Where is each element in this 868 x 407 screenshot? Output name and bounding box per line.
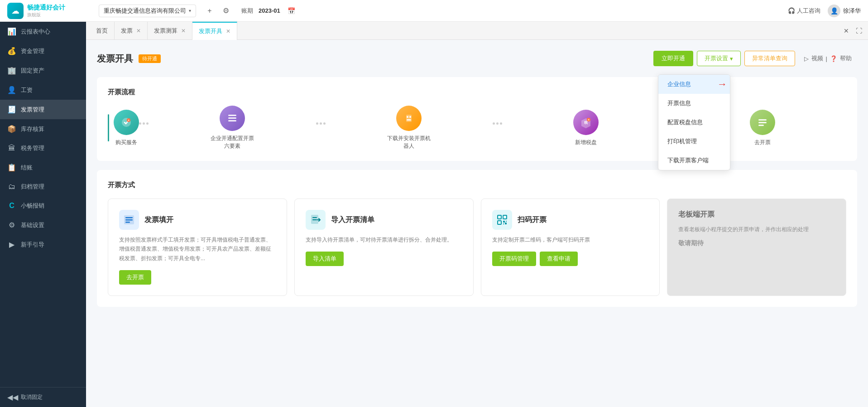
tab-close-fapiao[interactable]: ✕ xyxy=(136,28,141,34)
tab-home[interactable]: 首页 xyxy=(90,22,115,40)
sidebar-label-shuiwu: 税务管理 xyxy=(21,144,44,152)
avatar: 👤 xyxy=(828,5,840,17)
add-button[interactable]: + xyxy=(203,5,216,17)
svg-rect-26 xyxy=(498,221,501,224)
sidebar-item-kucun[interactable]: 📦 库存核算 xyxy=(0,119,86,139)
red-arrow-icon: → xyxy=(717,78,727,90)
money-icon: 💰 xyxy=(7,47,16,55)
sidebar-item-jichushezhi[interactable]: ⚙ 基础设置 xyxy=(0,215,86,235)
settings-dropdown: → 企业信息 开票信息 配置税盘信息 打印机管理 下载开票客户端 xyxy=(658,74,730,170)
sidebar: 📊 云报表中心 💰 资金管理 🏢 固定资产 👤 工资 🧾 发票管理 📦 xyxy=(0,22,86,407)
method-card-import-header: 导入开票清单 xyxy=(306,210,462,230)
logo-title: 畅捷通好会计 xyxy=(27,4,65,12)
user-name: 徐泽华 xyxy=(843,7,861,15)
dropdown-item-dayinji[interactable]: 打印机管理 xyxy=(658,132,730,151)
svg-rect-27 xyxy=(503,221,505,223)
clipboard-icon: 📋 xyxy=(7,163,16,172)
fill-invoice-actions: 去开票 xyxy=(119,270,276,285)
support-button[interactable]: 🎧 人工咨询 xyxy=(788,7,820,15)
sidebar-item-gudingzichan[interactable]: 🏢 固定资产 xyxy=(0,61,86,80)
fill-invoice-goto-button[interactable]: 去开票 xyxy=(119,270,151,285)
tab-expand-button[interactable]: ⛶ xyxy=(854,25,864,36)
sidebar-label-xinshouyindao: 新手引导 xyxy=(21,241,44,249)
folder-icon: 🗂 xyxy=(7,183,16,191)
flow-step-config: 企业开通配置开票六要素 xyxy=(149,106,316,150)
settings-button[interactable]: 开票设置 ▾ xyxy=(697,51,741,66)
headset-icon: 🎧 xyxy=(788,7,795,14)
play-circle-icon: ▷ xyxy=(804,55,809,62)
svg-rect-4 xyxy=(228,117,236,119)
help-area: ▷ 视频 | ❓ 帮助 xyxy=(799,51,857,66)
method-card-import: 导入开票清单 支持导入待开票清单，可对待开票清单进行拆分、合并处理。 导入清单 xyxy=(294,199,474,296)
building-icon: 🏢 xyxy=(7,66,16,75)
box-icon: 📦 xyxy=(7,125,16,133)
sidebar-item-jiezhang[interactable]: 📋 结账 xyxy=(0,158,86,177)
step-label-shuipan: 新增税盘 xyxy=(575,139,597,146)
step-label-buy: 购买服务 xyxy=(115,139,137,146)
step-label-config: 企业开通配置开票六要素 xyxy=(210,135,255,150)
dropdown-item-kaipiao[interactable]: 开票信息 xyxy=(658,94,730,113)
sidebar-label-jiezhang: 结账 xyxy=(21,164,33,172)
dropdown-item-xiazai[interactable]: 下载开票客户端 xyxy=(658,151,730,170)
dropdown-item-peizhi[interactable]: 配置税盘信息 xyxy=(658,113,730,132)
sidebar-item-xinshouyindao[interactable]: ▶ 新手引导 xyxy=(0,235,86,254)
logo-subtitle: 旗舰版 xyxy=(27,12,65,18)
sidebar-item-zijin[interactable]: 💰 资金管理 xyxy=(0,41,86,61)
video-label[interactable]: 视频 xyxy=(811,54,823,63)
sidebar-item-yunbao[interactable]: 📊 云报表中心 xyxy=(0,22,86,41)
sidebar-label-xiaochang: 小畅报销 xyxy=(21,202,44,210)
dropdown-arrow-icon: ▾ xyxy=(730,55,733,62)
person-icon: 👤 xyxy=(7,86,16,94)
sidebar-label-gongzi: 工资 xyxy=(21,86,33,94)
scan-qrcode-button[interactable]: 开票码管理 xyxy=(492,252,536,266)
tab-close-cesuan[interactable]: ✕ xyxy=(181,28,186,34)
tab-fapiao-cesuan[interactable]: 发票测算 ✕ xyxy=(148,22,192,40)
method-card-fill-header: 发票填开 xyxy=(119,210,276,230)
sidebar-item-fapiao[interactable]: 🧾 发票管理 xyxy=(0,100,86,119)
company-selector[interactable]: 重庆畅捷交通信息咨询有限公司 ▾ xyxy=(99,5,196,17)
svg-rect-28 xyxy=(506,221,507,222)
sidebar-item-shuiwu[interactable]: 🏛 税务管理 xyxy=(0,139,86,158)
help-label[interactable]: 帮助 xyxy=(840,54,852,63)
settings-icon[interactable]: ⚙ xyxy=(220,5,232,17)
period-label: 账期 xyxy=(241,7,253,15)
svg-rect-6 xyxy=(406,115,412,122)
svg-rect-16 xyxy=(758,125,764,126)
sidebar-label-fapiao: 发票管理 xyxy=(21,106,44,114)
svg-rect-15 xyxy=(758,122,767,123)
content-area: 首页 发票 ✕ 发票测算 ✕ 发票开具 ✕ ✕ ⛶ xyxy=(86,22,868,407)
tab-fapiao[interactable]: 发票 ✕ xyxy=(115,22,148,40)
sidebar-item-quxiao[interactable]: ◀◀ 取消固定 xyxy=(0,388,86,407)
tab-fapiao-kaiju[interactable]: 发票开具 ✕ xyxy=(192,22,237,40)
status-badge: 待开通 xyxy=(139,54,161,63)
bank-icon: 🏛 xyxy=(7,144,16,152)
overlay-badge: 敬请期待 xyxy=(678,239,835,247)
user-area[interactable]: 👤 徐泽华 xyxy=(828,5,861,17)
svg-rect-18 xyxy=(125,217,133,218)
import-invoice-icon xyxy=(306,210,326,230)
sidebar-item-guidang[interactable]: 🗂 归档管理 xyxy=(0,177,86,196)
step-dots-1 xyxy=(139,122,149,125)
scan-invoice-title: 扫码开票 xyxy=(518,215,547,225)
sidebar-item-xiaochang[interactable]: C 小畅报销 xyxy=(0,196,86,215)
svg-rect-9 xyxy=(407,119,411,121)
unpin-icon: ◀◀ xyxy=(7,393,16,402)
svg-rect-14 xyxy=(758,119,767,121)
top-right: 🎧 人工咨询 👤 徐泽华 xyxy=(788,5,861,17)
svg-rect-25 xyxy=(503,215,507,219)
tab-close-all-button[interactable]: ✕ xyxy=(841,25,852,36)
header-actions: 立即开通 开票设置 ▾ 异常清单查询 ▷ 视频 | ❓ 帮助 xyxy=(653,51,857,66)
svg-rect-22 xyxy=(312,217,317,218)
import-invoice-button[interactable]: 导入清单 xyxy=(306,252,344,266)
page-header: 发票开具 待开通 立即开通 开票设置 ▾ 异常清单查询 ▷ 视频 | xyxy=(97,51,857,66)
sidebar-item-gongzi[interactable]: 👤 工资 xyxy=(0,80,86,100)
step-border-line xyxy=(108,114,109,141)
scan-view-button[interactable]: 查看申请 xyxy=(540,252,578,266)
calendar-icon[interactable]: 📅 xyxy=(288,7,295,15)
activate-button[interactable]: 立即开通 xyxy=(653,51,693,66)
svg-rect-29 xyxy=(503,223,504,224)
import-invoice-desc: 支持导入待开票清单，可对待开票清单进行拆分、合并处理。 xyxy=(306,235,462,244)
main-area: 📊 云报表中心 💰 资金管理 🏢 固定资产 👤 工资 🧾 发票管理 📦 xyxy=(0,22,868,407)
tab-close-kaiju[interactable]: ✕ xyxy=(226,28,230,34)
abnormal-button[interactable]: 异常清单查询 xyxy=(744,51,795,66)
